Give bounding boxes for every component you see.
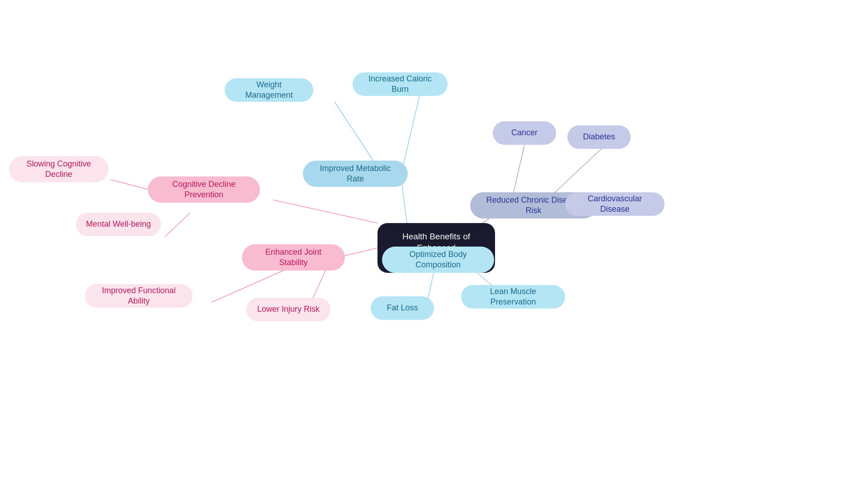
improved-metabolic-rate-label: Improved Metabolic Rate <box>312 163 399 185</box>
fat-loss-node: Fat Loss <box>371 296 434 320</box>
cancer-node: Cancer <box>493 121 556 145</box>
weight-management-label: Weight Management <box>234 80 304 101</box>
enhanced-joint-stability-node: Enhanced Joint Stability <box>242 244 345 271</box>
cardiovascular-disease-node: Cardiovascular Disease <box>565 192 665 216</box>
optimized-body-composition-node: Optimized Body Composition <box>382 247 494 273</box>
increased-caloric-burn-label: Increased Caloric Burn <box>362 74 439 95</box>
increased-caloric-burn-node: Increased Caloric Burn <box>353 72 448 96</box>
slowing-cognitive-decline-label: Slowing Cognitive Decline <box>18 159 99 180</box>
lean-muscle-preservation-label: Lean Muscle Preservation <box>470 286 556 308</box>
optimized-body-composition-label: Optimized Body Composition <box>391 249 485 271</box>
slowing-cognitive-decline-node: Slowing Cognitive Decline <box>9 156 108 182</box>
lean-muscle-preservation-node: Lean Muscle Preservation <box>461 285 565 309</box>
improved-metabolic-rate-node: Improved Metabolic Rate <box>303 161 408 187</box>
enhanced-joint-stability-label: Enhanced Joint Stability <box>251 247 336 268</box>
lower-injury-risk-label: Lower Injury Risk <box>257 304 320 314</box>
cancer-label: Cancer <box>511 128 538 138</box>
svg-line-13 <box>274 200 377 223</box>
improved-functional-ability-label: Improved Functional Ability <box>94 285 184 307</box>
cognitive-decline-prevention-label: Cognitive Decline Prevention <box>157 179 251 200</box>
svg-line-12 <box>212 267 292 302</box>
lower-injury-risk-node: Lower Injury Risk <box>246 298 330 321</box>
diabetes-label: Diabetes <box>583 132 615 142</box>
fat-loss-label: Fat Loss <box>387 303 418 313</box>
cardiovascular-disease-label: Cardiovascular Disease <box>574 194 656 215</box>
svg-line-15 <box>165 213 190 237</box>
weight-management-node: Weight Management <box>225 78 313 102</box>
improved-functional-ability-node: Improved Functional Ability <box>85 284 193 308</box>
cognitive-decline-prevention-node: Cognitive Decline Prevention <box>148 176 260 203</box>
diabetes-node: Diabetes <box>567 125 631 149</box>
mental-wellbeing-label: Mental Well-being <box>86 219 151 229</box>
svg-line-2 <box>402 96 420 171</box>
svg-line-0 <box>402 184 407 223</box>
mental-wellbeing-node: Mental Well-being <box>76 213 161 236</box>
